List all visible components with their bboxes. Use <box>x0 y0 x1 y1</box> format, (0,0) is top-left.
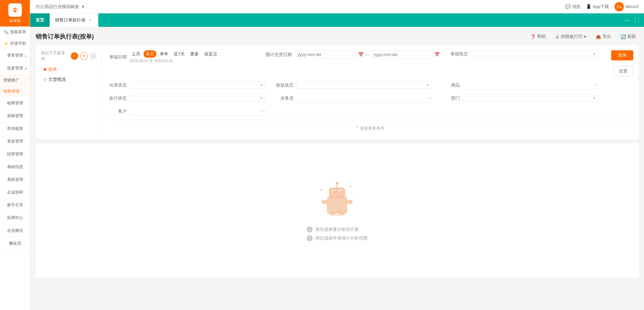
dot-icon-active <box>44 68 46 71</box>
message-btn[interactable]: 💬 消息 <box>565 4 581 10</box>
order-status-select[interactable]: ▾ <box>471 50 599 57</box>
newbie-label: 新手引导 <box>7 202 23 208</box>
filter-edit-btn[interactable]: ✎ <box>80 52 88 60</box>
date-tab-more[interactable]: 更多 <box>188 50 201 58</box>
sidebar-item-apps[interactable]: 应用中心 <box>0 212 30 224</box>
dept-label: 部门 <box>440 95 460 101</box>
salesperson-more-btn[interactable]: ··· <box>427 95 432 101</box>
empty-tip-2: 2 用过滤条件来缩小分析范围 <box>307 234 368 243</box>
filter-order-status-item: 单据状态 ▾ <box>448 50 599 57</box>
search-menu[interactable]: 🔍 搜索菜单 <box>0 27 30 38</box>
collect-status-select[interactable]: ▾ <box>296 82 432 89</box>
svg-rect-14 <box>339 212 344 215</box>
collapse-label: 收起更多条件 <box>360 125 384 131</box>
user-menu[interactable]: Ea demo2 <box>614 2 639 11</box>
date-section: 上月 本月 本年 近7天 更多 自定义 2023-03-01 至 2023-03… <box>129 50 258 63</box>
svg-point-12 <box>336 182 338 185</box>
sidebar-item-basic[interactable]: 基础信息 <box>0 161 30 173</box>
collapse-btn[interactable]: ⌃ 收起更多条件 <box>107 123 633 134</box>
date-tab-this-month[interactable]: 本月 <box>144 50 156 58</box>
filter-collapse-btn[interactable]: « <box>90 52 97 60</box>
refresh-icon: 🔄 <box>621 34 626 39</box>
date-tab-this-year[interactable]: 本年 <box>158 50 170 58</box>
sidebar: 标准版 🔍 搜索菜单 ⚡ 快捷导航 零售管理 批发管理 营销推广 销售管理 电商… <box>0 0 30 310</box>
date-tab-last-month[interactable]: 上月 <box>129 50 142 58</box>
message-icon: 💬 <box>565 4 571 9</box>
order-status-label: 单据状态 <box>448 51 468 57</box>
filter-dept-item: 部门 ▾ <box>440 95 598 102</box>
main-area: 办公用品行业模拟账套 ▾ 💬 消息 📱 App下载 Ea demo2 首页 <box>30 0 644 310</box>
sidebar-item-system[interactable]: 系统管理 <box>0 173 30 186</box>
print-dropdown-icon[interactable]: ▾ <box>584 34 586 39</box>
exec-status-label: 执行状态 <box>107 95 127 101</box>
sidebar-item-retail[interactable]: 零售管理 <box>0 49 30 62</box>
content-area: 销售订单执行表(按单) ❓ 帮助 🖨 按模板打印 ▾ 📤 导出 🔄 刷新 <box>30 27 644 310</box>
calendar-icon-start[interactable]: 📅 <box>358 52 364 57</box>
logo-text: 标准版 <box>9 18 20 23</box>
tab-sales-exec-label: 销售订单执行表 <box>55 17 86 23</box>
help-btn[interactable]: ❓ 帮助 <box>528 32 548 41</box>
sidebar-item-ecommerce[interactable]: 电商管理 <box>0 97 30 110</box>
sidebar-sub-sales[interactable]: 销售管理 <box>0 86 30 97</box>
sidebar-item-wechat[interactable]: 企业微信 <box>0 224 30 237</box>
settings-btn[interactable]: 设置 <box>613 66 633 76</box>
expected-date-end[interactable] <box>371 50 433 59</box>
tab-home[interactable]: 首页 <box>30 13 50 27</box>
tab-maximize-btn[interactable]: ⛶ <box>633 17 640 23</box>
sidebar-item-stock[interactable]: 库存核算 <box>0 122 30 135</box>
app-download-btn[interactable]: 📱 App下载 <box>586 4 609 10</box>
goods-more-btn[interactable]: ··· <box>594 82 598 88</box>
collect-status-label: 收款状态 <box>273 82 293 88</box>
tab-sales-exec[interactable]: 销售订单执行表 × <box>50 13 98 27</box>
filter-sidebar: 按以下方案查询 + ✎ « 按单 欠货情况 <box>41 50 101 134</box>
date-tab-7days[interactable]: 近7天 <box>172 50 187 58</box>
sidebar-item-finance[interactable]: 资金管理 <box>0 135 30 148</box>
sidebar-item-wholesale[interactable]: 批发管理 <box>0 62 30 75</box>
sidebar-item-purchase[interactable]: 采购管理 <box>0 110 30 122</box>
system-label: 系统管理 <box>7 177 23 183</box>
date-tab-custom[interactable]: 自定义 <box>202 50 219 58</box>
dot-icon-outline <box>44 78 46 81</box>
sidebar-item-operations[interactable]: 经营管理 <box>0 148 30 161</box>
filter-collect-status-item: 收款状态 ▾ <box>273 82 432 89</box>
retail-label: 零售管理 <box>7 53 23 58</box>
calendar-icon-end[interactable]: 📅 <box>434 52 440 57</box>
svg-rect-3 <box>327 197 347 213</box>
quick-nav[interactable]: ⚡ 快捷导航 <box>0 38 30 49</box>
sidebar-item-member[interactable]: 畅会员 <box>0 237 30 250</box>
out-status-select[interactable]: ▾ <box>129 82 265 89</box>
refresh-btn[interactable]: 🔄 刷新 <box>618 32 639 41</box>
sidebar-item-newbie[interactable]: 新手引导 <box>0 199 30 212</box>
customer-more-btn[interactable]: ··· <box>261 108 265 114</box>
topbar: 办公用品行业模拟账套 ▾ 💬 消息 📱 App下载 Ea demo2 <box>30 0 644 13</box>
logo-icon <box>8 3 22 17</box>
tab-minimize-btn[interactable]: — <box>624 17 631 23</box>
dept-select[interactable]: ▾ <box>463 95 598 102</box>
out-status-label: 出库状态 <box>107 82 127 88</box>
exec-status-chevron: ▾ <box>261 96 262 100</box>
sales-label: 销售管理 <box>3 89 19 94</box>
filter-item-shortage-label: 欠货情况 <box>48 76 66 83</box>
expected-date-start[interactable] <box>294 50 357 59</box>
data-area: ✦ ✦ ✦ 1 请先选择要分析的方案 2 用过滤条件来缩小分析范围 <box>36 143 639 277</box>
filter-add-btn[interactable]: + <box>71 52 78 60</box>
tab-close-btn[interactable]: × <box>88 17 93 23</box>
query-btn[interactable]: 查询 <box>611 50 633 60</box>
filter-panel: 按以下方案查询 + ✎ « 按单 欠货情况 <box>36 45 639 139</box>
svg-rect-13 <box>330 212 335 215</box>
filter-item-shortage[interactable]: 欠货情况 <box>41 74 97 85</box>
export-btn[interactable]: 📤 导出 <box>593 32 614 41</box>
tip-text-1: 请先选择要分析的方案 <box>315 225 359 234</box>
topbar-dropdown-icon[interactable]: ▾ <box>82 4 84 9</box>
filter-row-3: 执行状态 ▾ 业务员 ··· <box>107 94 633 103</box>
print-btn[interactable]: 🖨 按模板打印 ▾ <box>552 32 589 41</box>
topbar-left: 办公用品行业模拟账套 ▾ <box>36 4 84 10</box>
sidebar-item-enterprise[interactable]: 企业协同 <box>0 186 30 199</box>
exec-status-select[interactable]: ▾ <box>129 95 265 102</box>
sidebar-sub-marketing[interactable]: 营销推广 <box>0 75 30 86</box>
wholesale-label: 批发管理 <box>7 65 23 71</box>
filter-item-by-order[interactable]: 按单 <box>41 64 97 74</box>
filter-item-by-order-label: 按单 <box>48 66 57 72</box>
basic-label: 基础信息 <box>7 164 23 170</box>
wechat-label: 企业微信 <box>7 228 23 234</box>
